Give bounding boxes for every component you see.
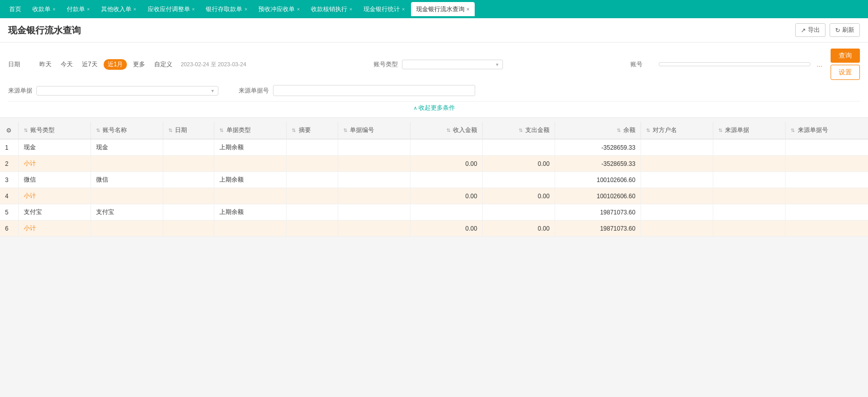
date-option-custom[interactable]: 自定义 — [151, 59, 175, 70]
th-source-doc[interactable]: ⇅ 来源单据 — [713, 122, 786, 139]
table-row: 6小计0.000.0019871073.60 — [0, 220, 868, 237]
td-counterpart — [641, 188, 713, 204]
date-option-yesterday[interactable]: 昨天 — [36, 59, 55, 70]
filter-row-date: 日期 昨天 今天 近7天 近1月 更多 自定义 2023-02-24 至 202… — [8, 49, 860, 80]
sort-icon-expense: ⇅ — [519, 127, 523, 133]
td-counterpart — [641, 220, 713, 237]
refresh-button[interactable]: ↻ 刷新 — [830, 23, 860, 37]
th-counterpart[interactable]: ⇅ 对方户名 — [641, 122, 713, 139]
td-date — [163, 139, 214, 156]
export-icon: ↗ — [801, 27, 806, 34]
nav-tab-liushui[interactable]: 现金银行流水查询 × — [411, 2, 475, 16]
td-num: 6 — [0, 220, 18, 237]
date-option-1month[interactable]: 近1月 — [104, 59, 127, 70]
close-tab-6[interactable]: × — [349, 7, 352, 12]
close-tab-2[interactable]: × — [133, 7, 136, 12]
td-source-doc — [713, 139, 786, 156]
close-tab-7[interactable]: × — [402, 7, 405, 12]
collapse-icon: ∧ — [414, 105, 417, 111]
td-expense: 0.00 — [482, 220, 555, 237]
td-source-doc-no — [786, 204, 868, 220]
export-button[interactable]: ↗ 导出 — [795, 23, 826, 37]
td-summary — [287, 139, 338, 156]
th-doc-type[interactable]: ⇅ 单据类型 — [214, 122, 287, 139]
td-expense — [482, 172, 555, 188]
date-option-more[interactable]: 更多 — [130, 59, 148, 70]
close-tab-3[interactable]: × — [192, 7, 195, 12]
td-doc-no — [338, 139, 410, 156]
th-summary[interactable]: ⇅ 摘要 — [287, 122, 338, 139]
td-account-type: 小计 — [18, 156, 90, 172]
nav-tab-qita[interactable]: 其他收入单 × — [96, 2, 142, 16]
source-doc-select[interactable]: ▾ — [36, 86, 218, 96]
td-balance: 19871073.60 — [555, 220, 641, 237]
date-option-today[interactable]: 今天 — [58, 59, 76, 70]
th-date[interactable]: ⇅ 日期 — [163, 122, 214, 139]
th-expense[interactable]: ⇅ 支出金额 — [482, 122, 555, 139]
td-income: 0.00 — [410, 156, 482, 172]
th-settings[interactable]: ⚙ — [0, 122, 18, 139]
td-account-name — [90, 220, 163, 237]
th-balance[interactable]: ⇅ 余额 — [555, 122, 641, 139]
nav-tab-shoukuandan[interactable]: 收款单 × — [27, 2, 61, 16]
date-range-text: 2023-02-24 至 2023-03-24 — [180, 61, 246, 68]
td-source-doc-no — [786, 156, 868, 172]
nav-tab-hexiao[interactable]: 收款核销执行 × — [306, 2, 357, 16]
settings-gear-icon: ⚙ — [6, 127, 12, 134]
sort-icon-counterpart: ⇅ — [646, 127, 650, 133]
account-more-button[interactable]: ... — [816, 60, 823, 68]
source-doc-chevron: ▾ — [211, 88, 214, 94]
td-account-name — [90, 188, 163, 204]
td-doc-no — [338, 220, 410, 237]
th-account-name[interactable]: ⇅ 账号名称 — [90, 122, 163, 139]
sort-icon-doc-type: ⇅ — [219, 127, 223, 133]
close-tab-5[interactable]: × — [297, 7, 300, 12]
close-tab-8[interactable]: × — [467, 7, 470, 12]
td-summary — [287, 172, 338, 188]
td-doc-type — [214, 156, 287, 172]
filter-row-source: 来源单据 ▾ 来源单据号 — [8, 85, 860, 96]
account-label: 账号 — [630, 60, 655, 69]
td-balance: -3528659.33 — [555, 139, 641, 156]
account-type-select[interactable]: ▾ — [402, 60, 503, 69]
td-summary — [287, 220, 338, 237]
close-tab-1[interactable]: × — [87, 7, 90, 12]
collapse-bar[interactable]: ∧ 收起更多条件 — [8, 101, 860, 114]
th-account-type[interactable]: ⇅ 账号类型 — [18, 122, 90, 139]
th-income[interactable]: ⇅ 收入金额 — [410, 122, 482, 139]
nav-tab-tongji[interactable]: 现金银行统计 × — [358, 2, 410, 16]
query-button[interactable]: 查询 — [831, 49, 860, 63]
td-expense — [482, 139, 555, 156]
nav-tab-fukuandan[interactable]: 付款单 × — [62, 2, 95, 16]
td-doc-type: 上期余额 — [214, 204, 287, 220]
nav-tab-cunqukuan[interactable]: 银行存取款单 × — [201, 2, 252, 16]
nav-home[interactable]: 首页 — [4, 5, 26, 14]
th-source-doc-no[interactable]: ⇅ 来源单据号 — [786, 122, 868, 139]
td-counterpart — [641, 172, 713, 188]
filter-area: 日期 昨天 今天 近7天 近1月 更多 自定义 2023-02-24 至 202… — [0, 42, 868, 118]
td-num: 3 — [0, 172, 18, 188]
table-row: 4小计0.000.00100102606.60 — [0, 188, 868, 204]
table-row: 1现金现金上期余额-3528659.33 — [0, 139, 868, 156]
nav-tab-yushou[interactable]: 预收冲应收单 × — [253, 2, 305, 16]
account-select[interactable] — [659, 62, 810, 66]
td-income: 0.00 — [410, 188, 482, 204]
td-counterpart — [641, 139, 713, 156]
close-tab-0[interactable]: × — [53, 7, 56, 12]
table-container: ⚙ ⇅ 账号类型 ⇅ 账号名称 ⇅ 日期 ⇅ 单据类型 — [0, 122, 868, 237]
td-date — [163, 188, 214, 204]
top-nav: 首页 收款单 × 付款单 × 其他收入单 × 应收应付调整单 × 银行存取款单 … — [0, 0, 868, 18]
td-num: 4 — [0, 188, 18, 204]
date-label: 日期 — [8, 60, 32, 69]
sort-icon-doc-no: ⇅ — [343, 127, 347, 133]
source-doc-no-input[interactable] — [273, 85, 475, 96]
settings-button[interactable]: 设置 — [831, 65, 860, 80]
nav-tab-tiaozhendan[interactable]: 应收应付调整单 × — [143, 2, 200, 16]
th-doc-no[interactable]: ⇅ 单据编号 — [338, 122, 410, 139]
date-option-7days[interactable]: 近7天 — [79, 59, 101, 70]
td-counterpart — [641, 156, 713, 172]
td-expense — [482, 204, 555, 220]
td-source-doc-no — [786, 220, 868, 237]
td-account-type: 小计 — [18, 188, 90, 204]
close-tab-4[interactable]: × — [244, 7, 247, 12]
